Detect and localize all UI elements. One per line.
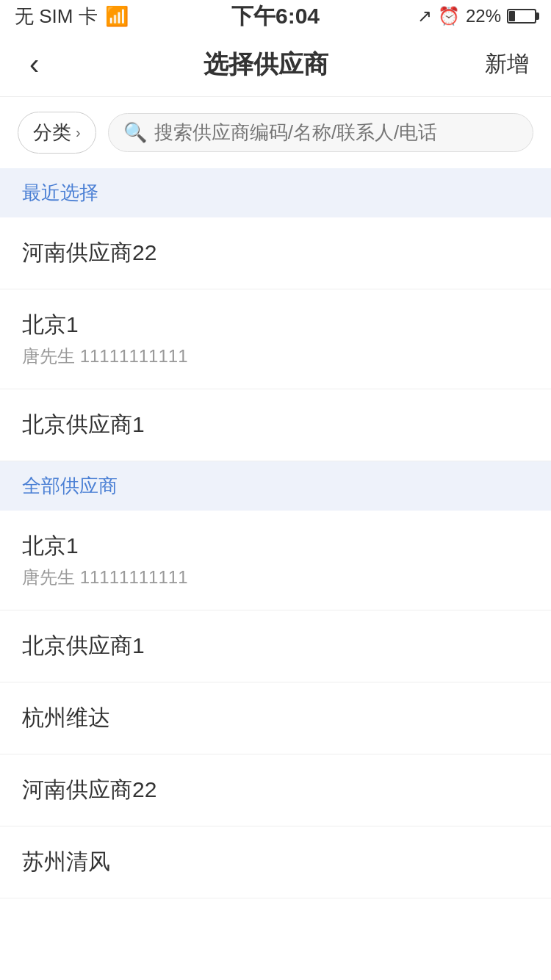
item-sub: 唐先生 11111111111 [22,345,529,368]
all-list-item[interactable]: 苏州清风 [0,826,551,898]
status-right: ↗ ⏰ 22% [417,6,536,26]
recent-list: 河南供应商22北京1唐先生 11111111111北京供应商1 [0,217,551,461]
search-icon: 🔍 [123,121,147,144]
item-name: 北京供应商1 [22,631,529,661]
recent-list-item[interactable]: 北京供应商1 [0,389,551,461]
item-name: 杭州维达 [22,703,529,733]
page-title: 选择供应商 [204,48,328,82]
recent-section-header: 最近选择 [0,168,551,217]
item-name: 河南供应商22 [22,238,529,268]
all-list-item[interactable]: 杭州维达 [0,682,551,754]
nav-bar: ‹ 选择供应商 新增 [0,32,551,97]
filter-bar: 分类 › 🔍 [0,97,551,168]
all-list-item[interactable]: 北京供应商1 [0,610,551,682]
recent-list-item[interactable]: 河南供应商22 [0,217,551,289]
location-icon: ↗ [417,6,432,26]
item-name: 北京1 [22,310,529,340]
all-list: 北京1唐先生 11111111111北京供应商1杭州维达河南供应商22苏州清风 [0,511,551,898]
recent-list-item[interactable]: 北京1唐先生 11111111111 [0,289,551,389]
chevron-right-icon: › [76,124,81,141]
battery-percent: 22% [466,6,501,26]
status-bar: 无 SIM 卡 📶 下午6:04 ↗ ⏰ 22% [0,0,551,32]
wifi-icon: 📶 [105,5,129,28]
search-input[interactable] [154,121,518,144]
status-time: 下午6:04 [231,1,320,32]
status-left: 无 SIM 卡 📶 [15,4,129,29]
search-box: 🔍 [108,113,533,152]
back-button[interactable]: ‹ [22,40,46,88]
item-name: 河南供应商22 [22,775,529,805]
item-sub: 唐先生 11111111111 [22,566,529,589]
recent-section-label: 最近选择 [22,181,98,203]
item-name: 苏州清风 [22,847,529,877]
item-name: 北京1 [22,531,529,561]
item-name: 北京供应商1 [22,410,529,440]
new-action-button[interactable]: 新增 [485,49,529,79]
battery-icon [507,9,536,24]
category-button[interactable]: 分类 › [18,112,96,154]
all-list-item[interactable]: 北京1唐先生 11111111111 [0,511,551,610]
all-section-header: 全部供应商 [0,461,551,511]
alarm-icon: ⏰ [438,6,460,26]
all-list-item[interactable]: 河南供应商22 [0,754,551,826]
carrier-text: 无 SIM 卡 [15,4,98,29]
category-label: 分类 [33,120,71,145]
all-section-label: 全部供应商 [22,475,118,497]
